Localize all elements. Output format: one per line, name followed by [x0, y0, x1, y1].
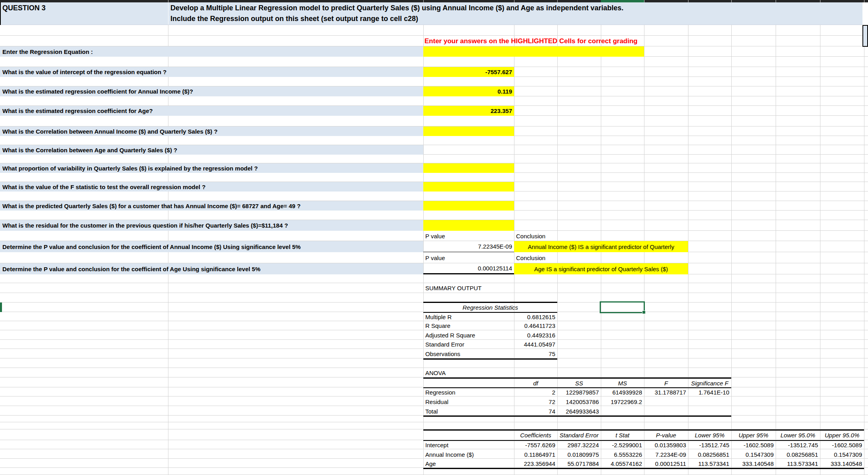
anova-header-df: df — [514, 379, 557, 387]
question-variability: What proportion of variability in Quarte… — [0, 163, 423, 173]
question-regression-equation: Enter the Regression Equation : — [0, 46, 423, 57]
regstats-row-value: 0.6812615 — [514, 313, 557, 321]
regstats-row-label: R Square — [423, 321, 514, 330]
coef-header: Upper 95.0% — [820, 431, 864, 439]
answer-cell-residual[interactable] — [423, 220, 514, 231]
coef-cell: 0.1547309 — [731, 450, 776, 459]
regstats-row-value: 4441.05497 — [514, 340, 557, 349]
anova-cell: 1420053786 — [557, 397, 601, 406]
coef-row-label: Intercept — [423, 441, 514, 449]
coef-header: Coefficients — [514, 431, 557, 439]
coef-cell: -13512.745 — [776, 441, 820, 449]
conclusion-income-cell[interactable]: Annual Income ($) IS a significant predi… — [514, 241, 688, 252]
question-income-coefficient: What is the estimated regression coeffic… — [0, 86, 423, 96]
anova-title: ANOVA — [423, 368, 514, 377]
anova-cell: 72 — [514, 397, 557, 406]
coef-cell: 0.01359803 — [644, 441, 688, 449]
coef-bottom-border — [423, 468, 864, 469]
answer-cell-intercept[interactable]: -7557.627 — [423, 67, 514, 77]
selected-row-indicator — [0, 303, 2, 312]
p-value-label-2: P value — [423, 252, 514, 263]
question-f-statistic: What is the value of the F statistic to … — [0, 182, 423, 192]
instruction-line-2: Include the Regression output on this sh… — [170, 14, 418, 23]
anova-bottom-border — [423, 416, 731, 417]
coef-header: Lower 95% — [688, 431, 731, 439]
summary-output-title: SUMMARY OUTPUT — [423, 283, 514, 293]
anova-cell: 2649933643 — [557, 407, 601, 416]
regstats-bottom-border — [423, 358, 557, 360]
p-value-age: 0.000125114 — [423, 263, 514, 274]
conclusion-age-cell[interactable]: Age IS a significant predictor of Quarte… — [514, 263, 688, 274]
answer-cell-income-coefficient[interactable]: 0.119 — [423, 86, 514, 96]
conclusion-label-1: Conclusion — [514, 231, 601, 241]
anova-header-ss: SS — [557, 379, 601, 387]
band-left-border — [0, 2, 1, 25]
anova-header-sig-f: Significance F — [688, 379, 731, 387]
answer-cell-age-coefficient[interactable]: 223.357 — [423, 106, 514, 116]
question-age-coefficient: What is the estimated regression coeffic… — [0, 106, 423, 116]
question-pvalue-income: Determine the P value and conclusion for… — [0, 241, 423, 252]
regstats-row-value: 0.46411723 — [514, 321, 557, 330]
question-intercept: What is the value of intercept of the re… — [0, 67, 423, 77]
question-predicted-sales: What is the predicted Quarterly Sales ($… — [0, 201, 423, 211]
regstats-row-label: Multiple R — [423, 313, 514, 321]
coef-cell: -7557.6269 — [514, 441, 557, 449]
anova-cell: 2 — [514, 388, 557, 396]
anova-cell: 74 — [514, 407, 557, 416]
coef-header: Standard Error — [557, 431, 601, 439]
answer-cell-f-statistic[interactable] — [423, 182, 514, 192]
answer-cell-correlation-age[interactable] — [423, 145, 514, 155]
coef-cell: 113.573341 — [688, 460, 731, 468]
answer-cell-correlation-income[interactable] — [423, 126, 514, 136]
coef-header: P-value — [644, 431, 688, 439]
coef-row-label: Age — [423, 460, 514, 468]
anova-cell: 31.1788717 — [644, 388, 688, 396]
regstats-title: Regression Statistics — [423, 303, 557, 312]
coef-cell: -1602.5089 — [820, 441, 864, 449]
anova-row-label: Total — [423, 407, 514, 416]
anova-cell: 1.7641E-10 — [688, 388, 731, 396]
question-correlation-age: What is the Correlation between Age and … — [0, 145, 423, 155]
regstats-row-label: Standard Error — [423, 340, 514, 349]
anova-header-f: F — [644, 379, 688, 387]
spreadsheet: QUESTION 3 Develop a Multiple Linear Reg… — [0, 0, 868, 475]
anova-row-label: Residual — [423, 397, 514, 406]
regstats-row-value: 0.4492316 — [514, 330, 557, 340]
coef-header: t Stat — [601, 431, 644, 439]
anova-row-label: Regression — [423, 388, 514, 396]
instruction-line-1: Develop a Multiple Linear Regression mod… — [170, 3, 623, 13]
p-value-label-1: P value — [423, 231, 514, 241]
coef-cell: 113.573341 — [776, 460, 820, 468]
answer-cell-variability[interactable] — [423, 163, 514, 173]
coef-cell: 55.0717884 — [557, 460, 601, 468]
anova-cell: 614939928 — [601, 388, 644, 396]
highlighted-cells-note: Enter your answers on the HIGHLIGHTED Ce… — [424, 36, 637, 46]
p-value-income: 7.22345E-09 — [423, 241, 514, 252]
coef-cell: -2.5299001 — [601, 441, 644, 449]
question-correlation-income: What is the Correlation between Annual I… — [0, 126, 423, 136]
anova-cell: 1229879857 — [557, 388, 601, 396]
coef-cell: 0.08256851 — [776, 450, 820, 459]
question-number-cell: QUESTION 3 — [2, 3, 46, 13]
sheet-content: QUESTION 3 Develop a Multiple Linear Reg… — [0, 0, 868, 475]
regstats-row-label: Observations — [423, 349, 514, 358]
right-edge-bordered-cell[interactable] — [862, 25, 868, 47]
answer-cell-regression-equation[interactable] — [423, 46, 644, 57]
coef-cell: -13512.745 — [688, 441, 731, 449]
coef-cell: 7.2234E-09 — [644, 450, 688, 459]
coef-cell: 2987.32224 — [557, 441, 601, 449]
coef-cell: 6.5553226 — [601, 450, 644, 459]
coef-cell: 0.00012511 — [644, 460, 688, 468]
coef-cell: 0.01809975 — [557, 450, 601, 459]
coef-cell: 4.05574162 — [601, 460, 644, 468]
selection-fill-handle[interactable] — [642, 310, 646, 314]
conclusion-label-2: Conclusion — [514, 252, 601, 263]
coef-header: Lower 95.0% — [776, 431, 820, 439]
band-cell-divider — [168, 2, 168, 25]
coef-cell: 0.08256851 — [688, 450, 731, 459]
coef-cell: -1602.5089 — [731, 441, 776, 449]
coef-row-label: Annual Income ($) — [423, 450, 514, 459]
answer-cell-predicted-sales[interactable] — [423, 201, 514, 211]
selected-cell[interactable] — [600, 301, 645, 313]
coef-cell: 333.140548 — [731, 460, 776, 468]
